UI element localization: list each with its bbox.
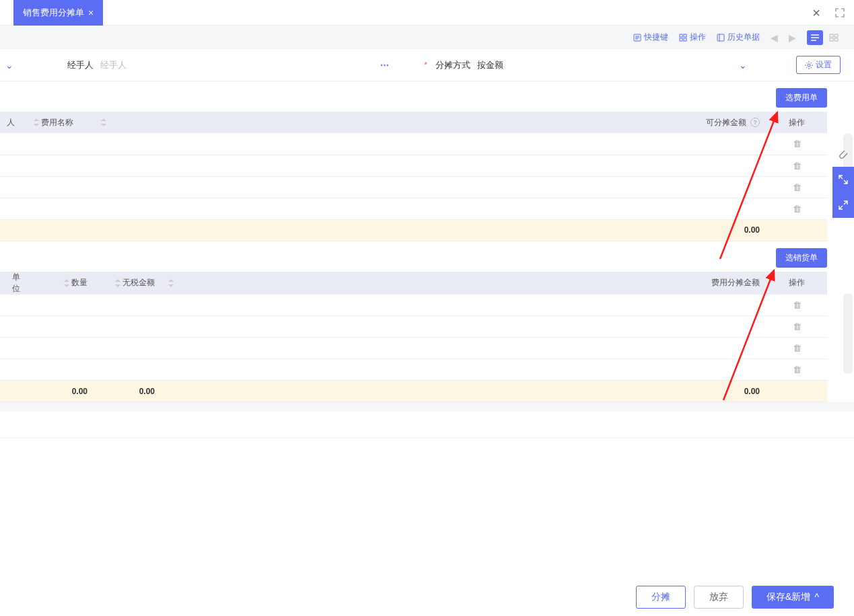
sort-icon[interactable] bbox=[34, 118, 39, 126]
col-fee-alloc: 费用分摊金额 bbox=[711, 277, 760, 288]
sort-icon[interactable] bbox=[101, 118, 106, 126]
col-op2: 操作 bbox=[767, 272, 827, 295]
table-sum-row: 0.000.000.00 bbox=[0, 381, 827, 402]
col-notax: 无税金额 bbox=[122, 277, 155, 288]
allocation-select[interactable]: 按金额 bbox=[477, 59, 732, 71]
table-row[interactable]: 🗑 bbox=[0, 338, 827, 359]
table-row[interactable]: 🗑 bbox=[0, 155, 827, 176]
sum-notax: 0.00 bbox=[94, 381, 162, 402]
delete-icon[interactable]: 🗑 bbox=[793, 343, 802, 353]
sum-qty: 0.00 bbox=[27, 381, 94, 402]
discard-button[interactable]: 放弃 bbox=[694, 586, 744, 609]
col-fee-name: 费用名称 bbox=[41, 117, 73, 128]
sort-icon[interactable] bbox=[64, 279, 69, 287]
view-grid-button[interactable] bbox=[826, 30, 842, 45]
col-qty: 数量 bbox=[71, 277, 87, 288]
settings-label: 设置 bbox=[816, 59, 832, 71]
svg-rect-2 bbox=[684, 34, 686, 37]
chevron-down-icon[interactable]: ⌄ bbox=[5, 60, 13, 71]
save-new-label: 保存&新增 bbox=[767, 591, 810, 603]
shortcut-label: 快捷键 bbox=[644, 32, 668, 43]
sort-icon[interactable] bbox=[168, 279, 174, 287]
help-icon[interactable]: ? bbox=[750, 118, 760, 127]
svg-rect-5 bbox=[717, 34, 724, 41]
select-sales-bill-button[interactable]: 选销货单 bbox=[776, 248, 827, 268]
attachment-icon[interactable] bbox=[832, 141, 854, 167]
operate-link[interactable]: 操作 bbox=[679, 32, 706, 43]
table-row[interactable]: 🗑 bbox=[0, 176, 827, 198]
table-sum-row: 0.00 bbox=[0, 219, 827, 241]
svg-rect-8 bbox=[830, 38, 833, 41]
expand-icon[interactable] bbox=[832, 167, 854, 192]
history-link[interactable]: 历史单据 bbox=[717, 32, 760, 43]
save-new-button[interactable]: 保存&新增 ^ bbox=[752, 586, 834, 609]
chevron-down-icon[interactable]: ⌄ bbox=[739, 60, 747, 71]
operate-label: 操作 bbox=[690, 32, 706, 43]
delete-icon[interactable]: 🗑 bbox=[793, 364, 802, 375]
allocate-button[interactable]: 分摊 bbox=[636, 586, 686, 609]
col-unit: 单位 bbox=[7, 272, 20, 295]
tab-sales-fee-allocation[interactable]: 销售费用分摊单 × bbox=[13, 0, 103, 26]
shortcut-link[interactable]: 快捷键 bbox=[633, 32, 668, 43]
svg-point-10 bbox=[808, 64, 810, 67]
table-row[interactable]: 🗑 bbox=[0, 295, 827, 316]
next-record-icon[interactable]: ▶ bbox=[789, 32, 796, 43]
tab-title: 销售费用分摊单 bbox=[23, 0, 84, 26]
settings-button[interactable]: 设置 bbox=[796, 56, 841, 74]
prev-record-icon[interactable]: ◀ bbox=[771, 32, 778, 43]
svg-rect-7 bbox=[834, 34, 838, 37]
close-icon[interactable]: × bbox=[88, 0, 94, 26]
handler-label: 经手人 bbox=[67, 59, 94, 71]
col-person: 人 bbox=[7, 117, 15, 128]
delete-icon[interactable]: 🗑 bbox=[793, 204, 802, 214]
svg-rect-3 bbox=[680, 38, 682, 41]
history-label: 历史单据 bbox=[727, 32, 760, 43]
chevron-up-icon: ^ bbox=[814, 592, 819, 603]
svg-rect-1 bbox=[680, 34, 682, 37]
page-close-button[interactable]: × bbox=[812, 0, 820, 26]
handler-lookup-icon[interactable]: ⋯ bbox=[380, 60, 390, 70]
delete-icon[interactable]: 🗑 bbox=[793, 321, 802, 332]
select-fee-bill-button[interactable]: 选费用单 bbox=[776, 88, 827, 108]
table-row[interactable]: 🗑 bbox=[0, 359, 827, 381]
delete-icon[interactable]: 🗑 bbox=[793, 182, 802, 192]
col-allocatable: 可分摊金额 bbox=[706, 117, 746, 128]
fullscreen-icon[interactable] bbox=[835, 0, 845, 26]
view-list-button[interactable] bbox=[807, 30, 823, 45]
sort-icon[interactable] bbox=[115, 279, 120, 287]
sum-allocatable: 0.00 bbox=[692, 219, 767, 241]
delete-icon[interactable]: 🗑 bbox=[793, 300, 802, 310]
table-row[interactable]: 🗑 bbox=[0, 198, 827, 219]
table-row[interactable]: 🗑 bbox=[0, 316, 827, 338]
col-op: 操作 bbox=[767, 112, 827, 133]
delete-icon[interactable]: 🗑 bbox=[793, 139, 802, 149]
sum-fee: 0.00 bbox=[692, 381, 767, 402]
svg-rect-6 bbox=[830, 34, 833, 37]
scrollbar[interactable] bbox=[843, 293, 853, 374]
handler-input[interactable]: 经手人 bbox=[100, 59, 373, 71]
allocation-label: 分摊方式 bbox=[435, 59, 470, 71]
required-mark: * bbox=[424, 60, 427, 70]
delete-icon[interactable]: 🗑 bbox=[793, 161, 802, 171]
svg-rect-4 bbox=[684, 38, 686, 41]
table-row[interactable]: 🗑 bbox=[0, 133, 827, 155]
expand-alt-icon[interactable] bbox=[832, 192, 854, 218]
svg-rect-9 bbox=[834, 38, 838, 41]
